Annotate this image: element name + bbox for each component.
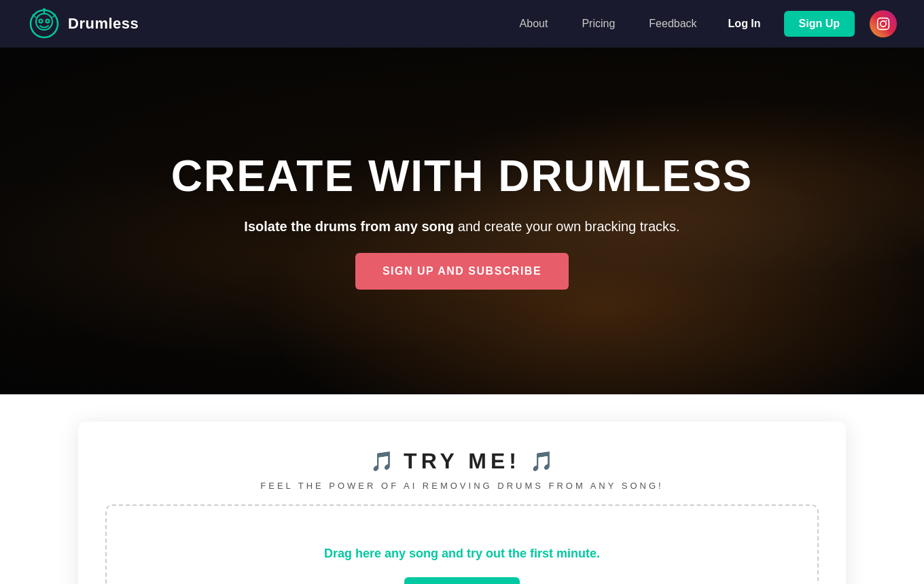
svg-rect-10 <box>878 18 889 30</box>
section-white: 🎵 TRY ME! 🎵 FEEL THE POWER OF AI REMOVIN… <box>0 394 924 584</box>
upload-select-button[interactable]: Or select file... <box>404 577 519 584</box>
navbar: Drumless About Pricing Feedback Log In S… <box>0 0 924 48</box>
hero-cta-button[interactable]: SIGN UP AND SUBSCRIBE <box>355 253 569 290</box>
svg-point-7 <box>43 8 46 11</box>
music-icon-right: 🎵 <box>530 450 554 473</box>
music-icon-left: 🎵 <box>370 450 394 473</box>
demo-header: 🎵 TRY ME! 🎵 FEEL THE POWER OF AI REMOVIN… <box>105 449 819 491</box>
svg-point-4 <box>40 20 42 22</box>
logo-link[interactable]: Drumless <box>27 7 139 41</box>
nav-feedback[interactable]: Feedback <box>635 12 710 35</box>
demo-title-row: 🎵 TRY ME! 🎵 <box>105 449 819 474</box>
hero-subtitle-bold: Isolate the drums from any song <box>244 219 454 234</box>
svg-point-12 <box>886 20 887 21</box>
hero-title: CREATE WITH DRUMLESS <box>171 152 753 200</box>
nav-pricing[interactable]: Pricing <box>568 12 628 35</box>
upload-drag-text: Drag here any song and try out the first… <box>134 547 790 561</box>
svg-point-5 <box>47 20 49 22</box>
instagram-icon <box>876 17 890 31</box>
svg-point-11 <box>881 21 886 27</box>
nav-about[interactable]: About <box>506 12 562 35</box>
nav-login-link[interactable]: Log In <box>717 12 772 35</box>
nav-links: About Pricing Feedback Log In Sign Up <box>506 10 897 37</box>
logo-icon <box>27 7 61 41</box>
hero-subtitle: Isolate the drums from any song and crea… <box>244 216 679 237</box>
demo-title: TRY ME! <box>404 449 520 474</box>
instagram-link[interactable] <box>870 10 897 37</box>
logo-text: Drumless <box>68 15 139 33</box>
hero-section: CREATE WITH DRUMLESS Isolate the drums f… <box>0 48 924 394</box>
upload-dropzone[interactable]: Drag here any song and try out the first… <box>105 504 819 584</box>
nav-signup-link[interactable]: Sign Up <box>784 11 855 37</box>
demo-card: 🎵 TRY ME! 🎵 FEEL THE POWER OF AI REMOVIN… <box>78 422 846 584</box>
hero-subtitle-rest: and create your own bracking tracks. <box>454 219 679 234</box>
demo-subtitle: FEEL THE POWER OF AI REMOVING DRUMS FROM… <box>105 481 819 491</box>
hero-content: CREATE WITH DRUMLESS Isolate the drums f… <box>171 152 753 290</box>
